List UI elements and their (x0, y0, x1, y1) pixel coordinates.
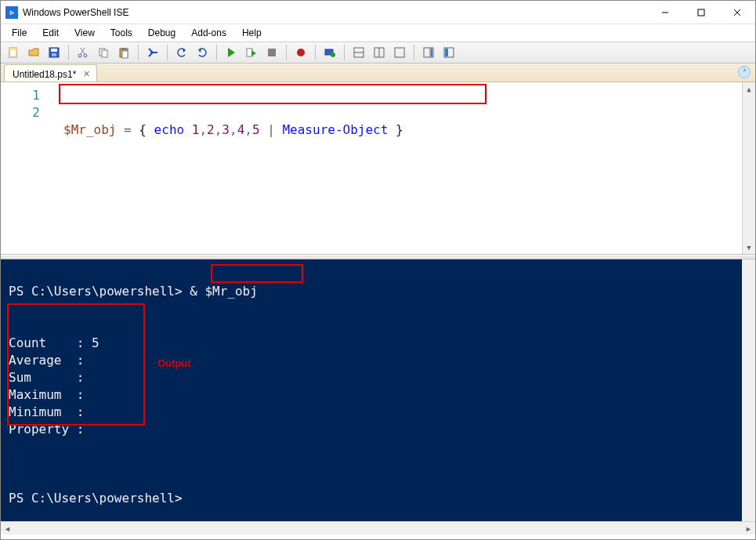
scroll-left-icon[interactable]: ◄ (1, 522, 14, 535)
collapse-script-icon[interactable]: ˄ (738, 66, 751, 78)
menu-file[interactable]: File (5, 26, 33, 40)
line-number: 1 (1, 87, 40, 104)
app-icon: ▹ (5, 6, 18, 19)
scroll-up-icon[interactable]: ▲ (743, 82, 755, 96)
window-buttons (647, 1, 755, 24)
run-selection-icon[interactable] (242, 44, 261, 61)
breakpoint-icon[interactable] (291, 44, 310, 61)
tab-close-icon[interactable]: ✕ (81, 69, 92, 80)
menu-edit[interactable]: Edit (36, 26, 65, 40)
window-title: Windows PowerShell ISE (23, 7, 128, 18)
open-icon[interactable] (24, 44, 43, 61)
toolbar-separator (286, 45, 287, 60)
svg-rect-14 (102, 50, 107, 57)
console-command: & $Mr_obj (190, 284, 258, 299)
toolbar-separator (167, 45, 168, 60)
script-tab[interactable]: Untitled18.ps1* ✕ (4, 64, 97, 82)
clear-icon[interactable] (143, 44, 162, 61)
new-icon[interactable] (4, 44, 23, 61)
svg-rect-27 (395, 48, 404, 57)
title-bar: ▹ Windows PowerShell ISE (1, 1, 755, 24)
svg-rect-30 (431, 49, 432, 56)
console-prompt: PS C:\Users\powershell> (9, 284, 190, 299)
close-button[interactable] (719, 1, 755, 24)
svg-rect-5 (9, 48, 16, 50)
toolbar (1, 42, 755, 63)
svg-rect-19 (268, 49, 276, 56)
layout2-icon[interactable] (370, 44, 389, 61)
show-command-icon[interactable] (439, 44, 458, 61)
console-scrollbar[interactable] (742, 259, 755, 521)
undo-icon[interactable] (172, 44, 191, 61)
menu-tools[interactable]: Tools (104, 26, 139, 40)
svg-rect-32 (445, 49, 448, 56)
svg-rect-8 (52, 53, 56, 56)
maximize-button[interactable] (683, 1, 719, 24)
highlight-box-code (59, 84, 487, 104)
svg-rect-17 (122, 51, 128, 58)
run-icon[interactable] (222, 44, 241, 61)
scroll-down-icon[interactable]: ▼ (743, 241, 755, 254)
output-line: Sum : (9, 370, 84, 385)
code-line-1: $Mr_obj = { echo 1,2,3,4,5 | Measure-Obj… (63, 121, 755, 139)
svg-point-11 (78, 54, 81, 57)
console-prompt: PS C:\Users\powershell> (9, 491, 183, 506)
paste-icon[interactable] (114, 44, 133, 61)
output-line: Minimum : (9, 404, 84, 419)
output-line: Property : (9, 422, 84, 437)
svg-rect-1 (698, 9, 704, 16)
menu-debug[interactable]: Debug (142, 26, 182, 40)
menu-help[interactable]: Help (236, 26, 268, 40)
copy-icon[interactable] (94, 44, 113, 61)
svg-point-22 (331, 53, 335, 57)
output-line: Average : (9, 353, 84, 368)
stop-icon[interactable] (262, 44, 281, 61)
tab-strip: Untitled18.ps1* ✕ ˄ (1, 63, 755, 82)
console-pane[interactable]: PS C:\Users\powershell> & $Mr_obj Count … (1, 259, 755, 521)
save-icon[interactable] (45, 44, 63, 61)
toolbar-separator (315, 45, 316, 60)
layout3-icon[interactable] (390, 44, 409, 61)
scroll-right-icon[interactable]: ► (742, 522, 755, 535)
menu-addons[interactable]: Add-ons (185, 26, 233, 40)
output-line: Maximum : (9, 387, 84, 402)
toolbar-separator (216, 45, 217, 60)
svg-rect-16 (121, 48, 126, 50)
output-line: Count : 5 (9, 335, 99, 350)
svg-rect-7 (51, 49, 57, 52)
minimize-button[interactable] (647, 1, 683, 24)
command-addon-icon[interactable] (419, 44, 438, 61)
toolbar-separator (68, 45, 69, 60)
horizontal-scrollbar[interactable]: ◄ ► (1, 521, 755, 535)
code-area[interactable]: $Mr_obj = { echo 1,2,3,4,5 | Measure-Obj… (56, 82, 755, 254)
new-remote-icon[interactable] (320, 44, 339, 61)
highlight-box-command (211, 264, 303, 283)
layout1-icon[interactable] (349, 44, 368, 61)
toolbar-separator (414, 45, 414, 60)
toolbar-separator (344, 45, 345, 60)
svg-rect-18 (247, 49, 252, 56)
script-editor[interactable]: 1 2 $Mr_obj = { echo 1,2,3,4,5 | Measure… (1, 82, 755, 255)
output-annotation: Output (157, 355, 191, 372)
menu-view[interactable]: View (68, 26, 101, 40)
svg-point-20 (297, 49, 305, 56)
line-gutter: 1 2 (1, 82, 56, 254)
toolbar-separator (138, 45, 139, 60)
redo-icon[interactable] (193, 44, 212, 61)
tab-label: Untitled18.ps1* (13, 69, 76, 80)
editor-scrollbar[interactable]: ▲ ▼ (742, 82, 755, 254)
menu-bar: File Edit View Tools Debug Add-ons Help (1, 24, 755, 42)
line-number: 2 (1, 104, 40, 121)
cut-icon[interactable] (74, 44, 92, 61)
svg-point-12 (84, 54, 87, 57)
